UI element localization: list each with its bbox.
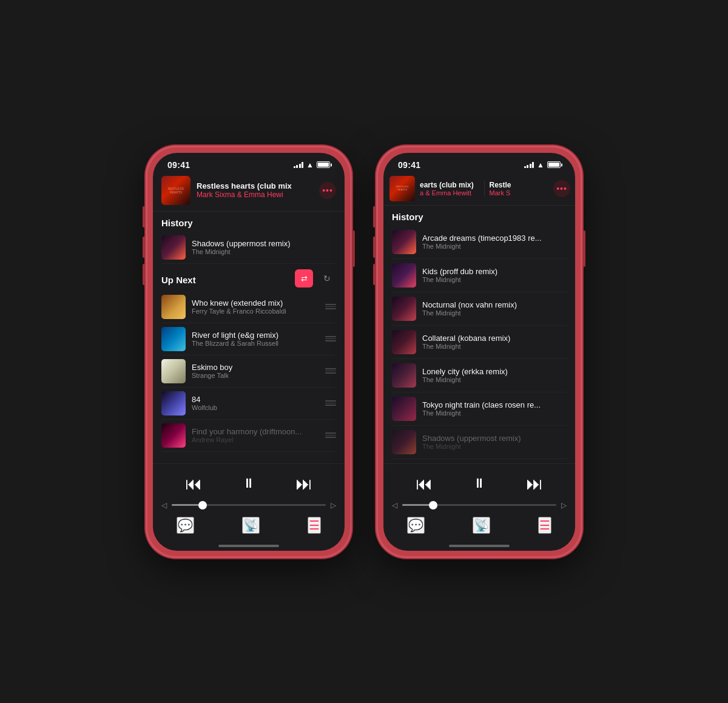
track-info: Lonely city (erkka remix) The Midnight	[422, 367, 567, 383]
signal-icon-2	[524, 162, 534, 168]
track-info: Who knew (extended mix) Ferry Tayle & Fr…	[192, 298, 319, 315]
volume-low-icon: ◁	[161, 501, 167, 510]
now-playing-header: RESTLESSHEARTS Restless hearts (club mix…	[153, 172, 345, 212]
history-item-p2-6[interactable]: Shadows (uppermost remix) The Midnight	[392, 426, 567, 459]
shuffle-icon: ⇄	[301, 274, 308, 283]
track-title: Eskimo boy	[192, 363, 319, 372]
track-artist: Andrew Rayel	[192, 436, 319, 443]
queue-icon-2: ☰	[539, 518, 550, 533]
content-area[interactable]: History Shadows (uppermost remix) The Mi…	[153, 212, 345, 463]
track-art	[161, 295, 186, 319]
track-title: Shadows (uppermost remix)	[422, 434, 567, 443]
queue-item-1[interactable]: River of light (e&g remix) The Blizzard …	[161, 323, 336, 355]
dual-track-2: Restle Mark S	[485, 181, 554, 197]
history-item-p2-0[interactable]: Arcade dreams (timecop1983 re... The Mid…	[392, 226, 567, 259]
phone-1-screen: 09:41 ▲ RESTLESSHEARTS Restless hearts (…	[153, 153, 345, 551]
status-icons-2: ▲	[524, 161, 561, 169]
track-art	[392, 330, 416, 354]
art-image	[161, 295, 186, 319]
track-title: Collateral (kobana remix)	[422, 334, 567, 343]
rewind-button-2[interactable]: ⏮	[411, 471, 437, 496]
queue-tab[interactable]: ☰	[308, 517, 321, 534]
history-item-p2-1[interactable]: Kids (proff dub remix) The Midnight	[392, 259, 567, 292]
queue-item-0[interactable]: Who knew (extended mix) Ferry Tayle & Fr…	[161, 291, 336, 323]
volume-track[interactable]	[172, 504, 326, 506]
forward-button-2[interactable]: ⏭	[521, 471, 548, 496]
history-item-p2-5[interactable]: Tokyo night train (claes rosen re... The…	[392, 392, 567, 426]
history-item-p2-4[interactable]: Lonely city (erkka remix) The Midnight	[392, 359, 567, 392]
notch-2	[440, 153, 519, 170]
art-image	[161, 391, 186, 415]
dual-now-playing: RESTLESSHEARTS earts (club mix) a & Emma…	[383, 172, 575, 206]
track-art	[161, 235, 186, 260]
track-info: Find your harmony (driftmoon... Andrew R…	[192, 427, 319, 443]
art-image	[392, 430, 416, 454]
track-artist: The Midnight	[422, 443, 567, 450]
track-title: Find your harmony (driftmoon...	[192, 427, 319, 436]
dual-title-1: earts (club mix)	[420, 181, 479, 189]
track-info: Tokyo night train (claes rosen re... The…	[422, 400, 567, 417]
airplay-icon-2: 📡	[474, 518, 489, 533]
more-options-button-2[interactable]: •••	[553, 180, 570, 197]
dual-title-2: Restle	[490, 181, 549, 189]
track-artist: The Midnight	[422, 376, 567, 383]
track-info: Eskimo boy Strange Talk	[192, 363, 319, 379]
airplay-icon: 📡	[243, 518, 258, 533]
queue-item-4[interactable]: Find your harmony (driftmoon... Andrew R…	[161, 420, 336, 452]
volume-track-2[interactable]	[402, 504, 556, 506]
track-art	[161, 423, 186, 448]
queue-item-2[interactable]: Eskimo boy Strange Talk	[161, 355, 336, 388]
phone-2-screen: 09:41 ▲ RESTLESSHEARTS earts (club m	[383, 153, 575, 551]
drag-handle[interactable]	[325, 336, 336, 341]
bottom-tabs: 💬 📡 ☰	[153, 514, 345, 546]
drag-handle[interactable]	[325, 368, 336, 374]
history-item-p2-2[interactable]: Nocturnal (nox vahn remix) The Midnight	[392, 292, 567, 326]
history-item-p2-3[interactable]: Collateral (kobana remix) The Midnight	[392, 326, 567, 359]
track-title: Shadows (uppermost remix)	[192, 239, 336, 248]
forward-button[interactable]: ⏭	[291, 471, 317, 496]
volume-control-2[interactable]: ◁ ▷	[383, 501, 575, 514]
battery-icon	[317, 161, 330, 168]
volume-high-icon: ▷	[331, 501, 336, 510]
track-artist: The Midnight	[422, 409, 567, 417]
history-item-0[interactable]: Shadows (uppermost remix) The Midnight	[161, 232, 336, 264]
volume-high-icon-2: ▷	[561, 501, 567, 510]
bottom-controls: ⏮ ⏸ ⏭ ◁ ▷ 💬 📡 ☰	[153, 463, 345, 551]
airplay-tab[interactable]: 📡	[242, 517, 260, 534]
pause-button-2[interactable]: ⏸	[468, 473, 491, 494]
track-art	[392, 363, 416, 388]
drag-handle[interactable]	[325, 304, 336, 309]
repeat-icon: ↻	[323, 274, 331, 283]
airplay-tab-2[interactable]: 📡	[473, 517, 490, 534]
track-title: Kids (proff dub remix)	[422, 267, 567, 276]
home-indicator	[218, 545, 279, 547]
shuffle-button[interactable]: ⇄	[295, 269, 313, 288]
track-info: River of light (e&g remix) The Blizzard …	[192, 331, 319, 347]
repeat-button[interactable]: ↻	[318, 269, 336, 288]
up-next-header: Up Next ⇄ ↻	[161, 264, 336, 291]
drag-handle[interactable]	[325, 432, 336, 438]
bottom-tabs-2: 💬 📡 ☰	[383, 514, 575, 546]
up-next-controls: ⇄ ↻	[295, 269, 336, 288]
lyrics-tab[interactable]: 💬	[177, 517, 194, 534]
volume-control[interactable]: ◁ ▷	[153, 501, 345, 514]
queue-item-3[interactable]: 84 Wolfclub	[161, 388, 336, 420]
dual-artist-1: a & Emma Hewitt	[420, 189, 479, 197]
drag-handle[interactable]	[325, 400, 336, 406]
now-playing-info: Restless hearts (club mix Mark Sixma & E…	[197, 181, 313, 199]
track-info: Kids (proff dub remix) The Midnight	[422, 267, 567, 283]
lyrics-tab-2[interactable]: 💬	[407, 517, 425, 534]
track-artist: Strange Talk	[192, 372, 319, 379]
track-artist: The Blizzard & Sarah Russell	[192, 340, 319, 347]
content-area-2[interactable]: History Arcade dreams (timecop1983 re...…	[383, 206, 575, 463]
status-icons: ▲	[294, 161, 330, 169]
track-info: Shadows (uppermost remix) The Midnight	[192, 239, 336, 255]
volume-thumb-2[interactable]	[429, 501, 437, 510]
volume-thumb[interactable]	[198, 501, 207, 510]
track-info: Shadows (uppermost remix) The Midnight	[422, 434, 567, 450]
more-options-button[interactable]: •••	[319, 182, 336, 199]
art-image	[392, 330, 416, 354]
pause-button[interactable]: ⏸	[237, 473, 260, 494]
rewind-button[interactable]: ⏮	[180, 471, 207, 496]
queue-tab-2[interactable]: ☰	[538, 517, 551, 534]
